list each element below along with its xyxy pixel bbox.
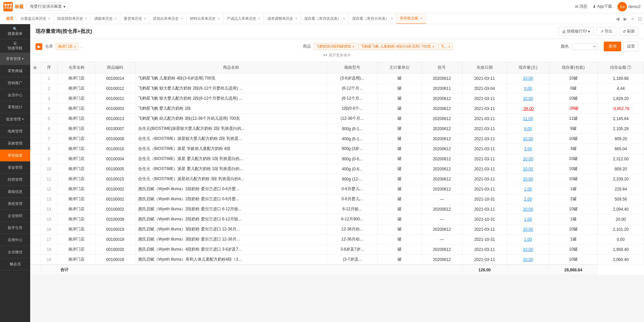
- row-stock-main[interactable]: 2.00: [507, 194, 549, 204]
- tab-3-close-icon[interactable]: ×: [115, 17, 117, 20]
- product-tag-3[interactable]: 飞... ×: [438, 43, 453, 50]
- tab-close-btn[interactable]: ×: [629, 16, 636, 21]
- sidebar-item-member[interactable]: 会员中心: [0, 89, 30, 101]
- row-stock-main[interactable]: 3.00: [507, 144, 549, 154]
- sidebar-item-retail-mall[interactable]: 零售商城: [0, 65, 30, 77]
- sidebar-item-member-label: 会员中心: [8, 93, 22, 97]
- row-balance: 0.00: [598, 234, 644, 245]
- tab-7[interactable]: 产成品入库单历史 ×: [223, 13, 264, 24]
- row-stock-main[interactable]: 10.00: [507, 73, 549, 84]
- row-stock-main[interactable]: 9.00: [507, 124, 549, 134]
- app-download-link[interactable]: ⬇ App下载: [593, 4, 612, 9]
- sidebar-item-retail[interactable]: 零售管理 ▼: [0, 53, 30, 65]
- refresh-button[interactable]: ↺ 刷新: [619, 27, 639, 36]
- tab-home[interactable]: 首页: [3, 13, 17, 24]
- sidebar-item-wechat[interactable]: 企业微信: [0, 246, 30, 258]
- tab-11[interactable]: 库存批次账 ×: [396, 13, 426, 24]
- tab-4[interactable]: 要货单历史 ×: [120, 13, 150, 24]
- tab-10-close-icon[interactable]: ×: [391, 17, 393, 20]
- sidebar-item-basic-info[interactable]: 基础信息: [0, 186, 30, 198]
- row-stock-main[interactable]: 1.00: [507, 184, 549, 194]
- tab-5-close-icon[interactable]: ×: [181, 17, 183, 20]
- color-select[interactable]: [572, 43, 598, 50]
- sidebar-item-ecommerce[interactable]: 电商管理: [0, 125, 30, 138]
- row-stock-main[interactable]: 1.00: [507, 234, 549, 245]
- tab-6-close-icon[interactable]: ×: [218, 17, 220, 20]
- warehouse-more-icon[interactable]: ...: [79, 45, 83, 49]
- row-name: 飞鹤星飞帆 较大婴儿配方奶粉 2段(6-12个月婴幼儿适用) ...: [136, 94, 327, 104]
- sidebar-search[interactable]: 🔍 搜索菜单: [0, 24, 30, 39]
- search-button[interactable]: 查询: [604, 42, 621, 51]
- sidebar-item-guide[interactable]: 新手引导: [0, 222, 30, 234]
- sidebar-item-finance[interactable]: 资金管理: [0, 162, 30, 174]
- tab-3[interactable]: 调拨单历史 ×: [91, 13, 120, 24]
- row-stock-main[interactable]: 10.00: [507, 164, 549, 174]
- filter-expand-btn[interactable]: ▶: [36, 43, 42, 50]
- template-print-button[interactable]: 🖨 按模板打印 ▾: [558, 27, 594, 36]
- tab-more-btn[interactable]: ⊡: [636, 16, 644, 21]
- warehouse-tag-nanao[interactable]: 南岸门店 ×: [56, 43, 78, 50]
- tab-1-close-icon[interactable]: ×: [48, 17, 50, 20]
- row-stock-main[interactable]: 10.00: [507, 154, 549, 164]
- product-tag-2[interactable]: 飞鹤星飞帆 儿童奶粉 4段(3-6岁适用) 700克 ×: [358, 43, 437, 50]
- settings-button[interactable]: 设置: [623, 42, 639, 51]
- sidebar-item-wholesale[interactable]: 批发管理▼: [0, 113, 30, 125]
- row-stock-main[interactable]: 10.00: [507, 94, 549, 104]
- tab-2-close-icon[interactable]: ×: [85, 17, 87, 20]
- tab-4-close-icon[interactable]: ×: [144, 17, 146, 20]
- tab-2[interactable]: 组装拆卸单历史 ×: [54, 13, 91, 24]
- row-stock-main[interactable]: 10.00: [507, 134, 549, 144]
- export-button[interactable]: ↗ 导出: [596, 27, 616, 36]
- sidebar-item-operations[interactable]: 经营管理: [0, 174, 30, 186]
- tab-9[interactable]: 现存量（库存状况表） ×: [301, 13, 349, 24]
- tab-prev-btn[interactable]: ◀: [614, 16, 622, 21]
- row-stock-main[interactable]: 10.00: [507, 204, 549, 214]
- row-stock-main[interactable]: 10.00: [507, 245, 549, 255]
- row-stock-main[interactable]: 0.00: [507, 84, 549, 94]
- row-expire: 2021-03-11: [462, 73, 507, 84]
- tab-9-close-icon[interactable]: ×: [343, 17, 345, 20]
- product-tag-1-remove-icon[interactable]: ×: [352, 45, 354, 49]
- tab-7-close-icon[interactable]: ×: [258, 17, 260, 20]
- row-name: 合生元（BIOSTIME）派星 婴儿配方奶粉 1段 乳铁蛋白的...: [136, 154, 327, 164]
- row-stock-main[interactable]: 1.00: [507, 214, 549, 224]
- row-warehouse: 南岸门店: [58, 234, 95, 245]
- username: demo2: [628, 4, 641, 9]
- tab-6[interactable]: 材料出库单历史 ×: [186, 13, 223, 24]
- product-tag-2-remove-icon[interactable]: ×: [432, 45, 434, 49]
- tab-5[interactable]: 其他出库单历史 ×: [150, 13, 186, 24]
- row-warehouse: 南岸门店: [58, 204, 95, 214]
- sidebar-item-inventory[interactable]: 库存核算: [0, 150, 30, 162]
- tab-8[interactable]: 成本调整单历史 ×: [264, 13, 301, 24]
- row-stock-main[interactable]: 11.00: [507, 114, 549, 124]
- sidebar-item-retail-stats[interactable]: 零售统计: [0, 101, 30, 113]
- sidebar-quick-nav[interactable]: ☰ 快捷导航: [0, 39, 30, 53]
- warehouse-selector[interactable]: 母婴行业演示账套 ▾: [27, 2, 68, 11]
- product-tag-1[interactable]: 飞鹤奶粉3段丙罐摆装 ×: [314, 43, 357, 50]
- row-batch: 20200612: [422, 184, 462, 194]
- tab-1[interactable]: 分量盘点单历史 ×: [17, 13, 54, 24]
- tab-8-close-icon[interactable]: ×: [295, 17, 297, 20]
- table-container[interactable]: ⚙ 序 仓库名称 商品编码 商品名称 规格型号 主计量单位 批号 失效日期 现存…: [30, 62, 644, 322]
- tab-next-btn[interactable]: ▶: [622, 16, 629, 21]
- tab-2-label: 组装拆卸单历史: [57, 16, 83, 21]
- tab-10[interactable]: 现存量（库存分布表） ×: [349, 13, 397, 24]
- message-link[interactable]: ✉ 消息: [575, 4, 587, 9]
- sidebar-item-purchase[interactable]: 采购管理: [0, 138, 30, 150]
- tab-11-close-icon[interactable]: ×: [420, 16, 422, 20]
- sidebar-item-enterprise[interactable]: 企业协同: [0, 210, 30, 222]
- tab-1-label: 分量盘点单历史: [20, 16, 46, 21]
- warehouse-tag-remove-icon[interactable]: ×: [74, 45, 76, 49]
- row-stock-main[interactable]: 10.00: [507, 255, 549, 265]
- sidebar-item-chang-member[interactable]: 畅会员: [0, 258, 30, 270]
- expand-more-btn[interactable]: ▾▾ 展开更多条件: [36, 51, 639, 59]
- sidebar-item-marketing[interactable]: 营销推广: [0, 77, 30, 89]
- th-settings[interactable]: ⚙: [30, 62, 40, 73]
- row-stock-main[interactable]: 10.00: [507, 174, 549, 184]
- sidebar-item-system[interactable]: 系统管理: [0, 198, 30, 210]
- row-stock-main[interactable]: 10.00: [507, 224, 549, 234]
- user-area[interactable]: Ea demo2: [618, 2, 641, 11]
- product-tag-3-remove-icon[interactable]: ×: [448, 45, 450, 49]
- sidebar-item-app-center[interactable]: 应用中心: [0, 234, 30, 246]
- row-stock-main[interactable]: -39.00: [507, 104, 549, 114]
